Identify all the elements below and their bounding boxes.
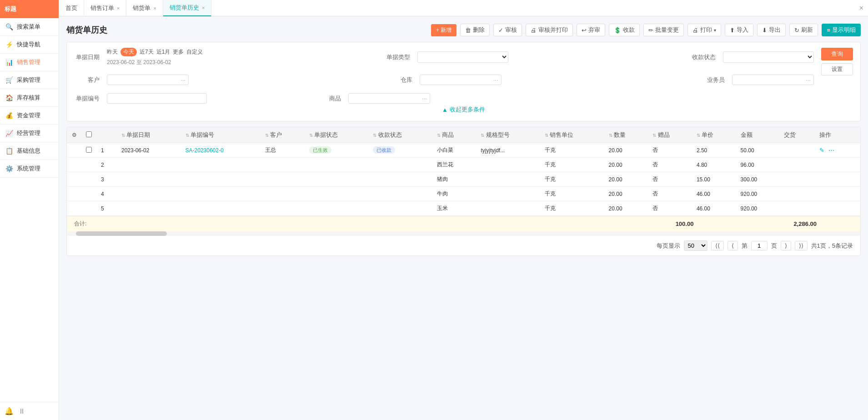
- tab-sales-history-close[interactable]: ×: [202, 5, 205, 10]
- sort-icon-gift[interactable]: ⇅: [652, 133, 656, 138]
- sort-icon-unit[interactable]: ⇅: [545, 133, 548, 138]
- collect-button[interactable]: 💲 收款: [609, 24, 640, 36]
- sort-icon-customer[interactable]: ⇅: [265, 133, 269, 138]
- doc-no-input[interactable]: [107, 93, 207, 104]
- current-page-input[interactable]: [751, 241, 768, 250]
- td-amount: 300.00: [736, 172, 780, 187]
- next-page-button[interactable]: ⟩: [781, 241, 791, 250]
- sidebar-item-inventory-calc[interactable]: 🏠 库存核算: [0, 89, 59, 107]
- sidebar-item-quick-nav[interactable]: ⚡ 快捷导航: [0, 36, 59, 54]
- tab-sales-order-close[interactable]: ×: [117, 5, 120, 11]
- td-doc-no[interactable]: SA-20230602-0: [181, 143, 261, 158]
- sidebar-item-ops-mgmt[interactable]: 📈 经营管理: [0, 125, 59, 142]
- sort-icon-doc-no[interactable]: ⇅: [186, 133, 189, 138]
- td-doc-no[interactable]: [181, 158, 261, 172]
- delete-button[interactable]: 🗑 删除: [460, 24, 490, 36]
- sidebar-item-basic-info[interactable]: 📋 基础信息: [0, 142, 59, 160]
- collect-status-select[interactable]: [723, 51, 814, 63]
- main-area: 首页 销售订单 × 销货单 × 销货单历史 × × 销货单历史 + 新增 🗑 删…: [59, 0, 868, 420]
- td-check[interactable]: [81, 201, 96, 216]
- sort-icon-qty[interactable]: ⇅: [609, 133, 612, 138]
- td-check[interactable]: [81, 158, 96, 172]
- sort-icon-spec[interactable]: ⇅: [481, 133, 484, 138]
- import-button[interactable]: ⬆ 导入: [725, 24, 753, 36]
- th-customer[interactable]: ⇅ 客户: [261, 127, 305, 143]
- customer-input[interactable]: [107, 75, 178, 85]
- sort-icon-doc-date[interactable]: ⇅: [121, 133, 125, 138]
- date-1month[interactable]: 近1月: [156, 48, 171, 56]
- discard-button[interactable]: ↩ 弃审: [577, 24, 605, 36]
- query-button[interactable]: 查询: [821, 48, 853, 60]
- edit-action-icon[interactable]: ✎: [819, 147, 824, 154]
- audit-button[interactable]: ✓ 审核: [493, 24, 522, 36]
- date-more[interactable]: 更多: [173, 48, 184, 56]
- last-page-button[interactable]: ⟩⟩: [795, 241, 808, 250]
- th-gear[interactable]: ⚙: [67, 127, 81, 143]
- date-custom[interactable]: 自定义: [186, 48, 203, 56]
- tabs-close-all[interactable]: ×: [859, 4, 868, 12]
- date-today[interactable]: 今天: [120, 48, 137, 56]
- horizontal-scrollbar[interactable]: [67, 231, 860, 236]
- salesperson-input[interactable]: [733, 75, 803, 85]
- print-button[interactable]: 🖨 打印 ▾: [687, 24, 721, 36]
- setting-button[interactable]: 设置: [821, 63, 853, 75]
- sort-icon-collect-status[interactable]: ⇅: [373, 133, 376, 138]
- batch-change-button[interactable]: ✏ 批量变更: [643, 24, 684, 36]
- td-doc-status: [305, 201, 369, 216]
- sort-icon-doc-status[interactable]: ⇅: [309, 133, 313, 138]
- refresh-button[interactable]: ↻ 刷新: [789, 24, 818, 36]
- customer-dots[interactable]: ···: [178, 76, 188, 83]
- notification-icon[interactable]: 🔔: [5, 407, 14, 415]
- th-doc-date[interactable]: ⇅ 单据日期: [117, 127, 181, 143]
- new-button[interactable]: + 新增: [431, 24, 457, 36]
- sidebar-item-purchase-mgmt[interactable]: 🛒 采购管理: [0, 71, 59, 89]
- more-action-icon[interactable]: ⋯: [828, 147, 834, 154]
- th-doc-status[interactable]: ⇅ 单据状态: [305, 127, 369, 143]
- td-check[interactable]: [81, 187, 96, 201]
- show-detail-button[interactable]: ≡ 显示明细: [822, 24, 861, 36]
- td-doc-no[interactable]: [181, 201, 261, 216]
- export-button[interactable]: ⬇ 导出: [757, 24, 786, 36]
- td-doc-no[interactable]: [181, 172, 261, 187]
- goods-dots[interactable]: ···: [419, 95, 430, 102]
- salesperson-dots[interactable]: ···: [803, 76, 813, 83]
- date-yesterday[interactable]: 昨天: [107, 48, 118, 56]
- th-collect-status[interactable]: ⇅ 收款状态: [368, 127, 432, 143]
- sidebar-item-sys-mgmt[interactable]: ⚙️ 系统管理: [0, 160, 59, 178]
- audit-print-button[interactable]: 🖨 审核并打印: [526, 24, 573, 36]
- warehouse-input[interactable]: [420, 75, 491, 85]
- sidebar-item-sales-mgmt[interactable]: 📊 销售管理: [0, 54, 59, 71]
- tab-sales-delivery-close[interactable]: ×: [153, 5, 156, 11]
- th-gift[interactable]: ⇅ 赠品: [648, 127, 692, 143]
- prev-page-button[interactable]: ⟨: [728, 241, 738, 250]
- td-check[interactable]: [81, 172, 96, 187]
- row-checkbox[interactable]: [86, 147, 92, 153]
- th-goods[interactable]: ⇅ 商品: [432, 127, 477, 143]
- warehouse-dots[interactable]: ···: [491, 76, 501, 83]
- select-all-checkbox[interactable]: [86, 131, 92, 137]
- tab-sales-delivery[interactable]: 销货单 ×: [126, 0, 163, 16]
- doc-type-select[interactable]: [417, 51, 508, 63]
- tab-sales-history[interactable]: 销货单历史 ×: [163, 0, 211, 16]
- td-doc-no[interactable]: [181, 187, 261, 201]
- tab-home[interactable]: 首页: [59, 0, 84, 16]
- per-page-select[interactable]: 50 100 200: [684, 240, 707, 251]
- td-collect-status: 已收款: [368, 143, 432, 158]
- th-doc-no[interactable]: ⇅ 单据编号: [181, 127, 261, 143]
- goods-input[interactable]: [349, 94, 419, 103]
- th-unit[interactable]: ⇅ 销售单位: [540, 127, 604, 143]
- tab-sales-order[interactable]: 销售订单 ×: [84, 0, 126, 16]
- th-check[interactable]: [81, 127, 96, 143]
- collapse-button[interactable]: ▲ 收起更多条件: [74, 104, 853, 115]
- sort-icon-price[interactable]: ⇅: [697, 133, 700, 138]
- sidebar-item-search-menu[interactable]: 🔍 搜索菜单: [0, 18, 59, 36]
- first-page-button[interactable]: ⟨⟨: [711, 241, 724, 250]
- th-spec[interactable]: ⇅ 规格型号: [476, 127, 540, 143]
- td-check[interactable]: [81, 143, 96, 158]
- th-qty[interactable]: ⇅ 数量: [604, 127, 648, 143]
- pause-icon[interactable]: ⏸: [18, 407, 25, 415]
- sort-icon-goods[interactable]: ⇅: [437, 133, 441, 138]
- th-price[interactable]: ⇅ 单价: [692, 127, 736, 143]
- date-7days[interactable]: 近7天: [140, 48, 154, 56]
- sidebar-item-fund-mgmt[interactable]: 💰 资金管理: [0, 107, 59, 125]
